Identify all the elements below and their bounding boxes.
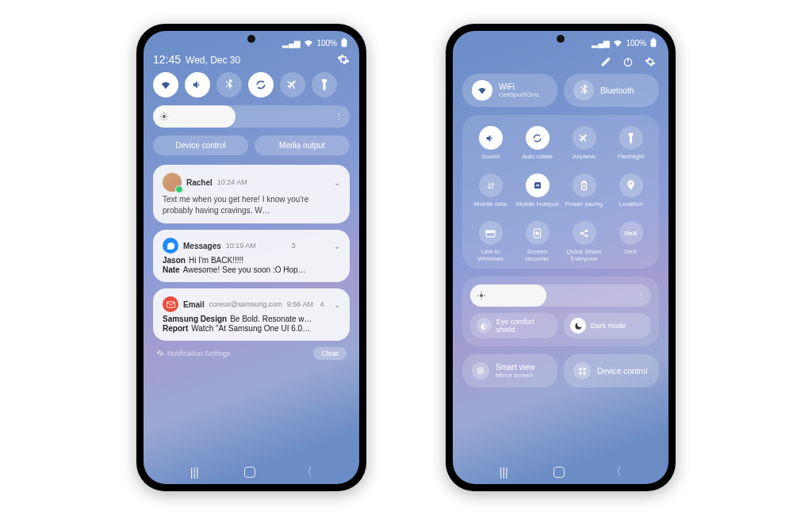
wifi-status-icon xyxy=(304,39,313,47)
svg-rect-39 xyxy=(583,372,585,374)
svg-rect-36 xyxy=(579,368,581,370)
settings-icon[interactable] xyxy=(337,53,350,66)
battery-icon xyxy=(573,174,596,197)
chevron-down-icon[interactable]: ⌄ xyxy=(334,178,340,187)
qs-tile-label: Power saving xyxy=(565,200,603,213)
svg-line-27 xyxy=(582,231,585,232)
notification-count: 4 xyxy=(320,300,324,308)
qs-tile-power-saving[interactable]: Power saving xyxy=(562,174,606,213)
settings-icon[interactable] xyxy=(645,56,656,67)
svg-rect-19 xyxy=(583,181,585,181)
qs-tile-airplane[interactable]: Airplane xyxy=(562,126,606,166)
qs-tile-dex[interactable]: DeXDeX xyxy=(609,221,653,262)
phone-right: ▂▄▆ 100% WiFi CellSpot5GHz xyxy=(446,24,676,491)
avatar xyxy=(163,173,182,192)
quick-settings-row xyxy=(153,72,350,97)
svg-line-7 xyxy=(162,114,163,115)
brightness-menu-icon[interactable]: ⋮ xyxy=(636,291,645,301)
qs-tile-label: Link to Windows xyxy=(469,248,512,262)
qs-tile-mobile-data[interactable]: Mobile data xyxy=(469,174,512,213)
volume-icon xyxy=(479,126,503,150)
recents-button[interactable]: ||| xyxy=(190,466,199,479)
notification-time: 9:56 AM xyxy=(287,300,313,308)
smart-view-tile[interactable]: Smart view Mirror screen xyxy=(462,354,557,387)
qs-tile-flashlight[interactable]: Flashlight xyxy=(609,126,653,166)
notification-time: 10:24 AM xyxy=(217,178,247,186)
qs-tile-label: Mobile Hotspot xyxy=(516,200,558,213)
notification-card[interactable]: Messages 10:19 AM 3 ⌄ JasonHi I'm BACK!!… xyxy=(153,230,350,282)
svg-point-23 xyxy=(536,231,539,235)
qs-tile-mobile-hotspot[interactable]: Mobile Hotspot xyxy=(515,174,559,213)
dark-mode-toggle[interactable]: Dark mode xyxy=(564,313,651,338)
signal-icon: ▂▄▆ xyxy=(592,39,610,48)
front-camera xyxy=(247,35,255,43)
brightness-slider[interactable]: ⋮ xyxy=(153,105,350,128)
home-button[interactable] xyxy=(244,467,255,478)
power-icon[interactable] xyxy=(622,56,634,67)
qs-tile-label: DeX xyxy=(625,248,638,261)
notification-panel-screen: ▂▄▆ 100% 12:45 Wed, Dec 30 xyxy=(144,31,359,484)
svg-rect-12 xyxy=(651,40,657,47)
brightness-menu-icon[interactable]: ⋮ xyxy=(335,112,343,122)
device-control-button[interactable]: Device control xyxy=(153,135,248,155)
chevron-down-icon[interactable]: ⌄ xyxy=(334,300,340,309)
notification-sender: Rachel xyxy=(186,178,213,187)
svg-line-10 xyxy=(167,114,167,115)
qs-tile-sound[interactable]: Sound xyxy=(469,126,512,166)
wifi-toggle[interactable] xyxy=(153,72,178,97)
brightness-fill xyxy=(153,105,236,128)
back-button[interactable]: 〈 xyxy=(301,465,312,479)
qs-tile-screen-recorder[interactable]: Screen recorder xyxy=(515,221,559,262)
svg-rect-16 xyxy=(534,182,541,189)
sound-toggle[interactable] xyxy=(185,72,210,97)
qs-tile-label: Mobile data xyxy=(474,200,507,213)
eye-comfort-toggle[interactable]: ◐ Eye comfort shield xyxy=(470,313,557,338)
clear-button[interactable]: Clear xyxy=(313,347,347,360)
svg-rect-1 xyxy=(343,38,345,40)
wifi-tile[interactable]: WiFi CellSpot5GHz xyxy=(462,74,557,107)
device-control-tile[interactable]: Device control xyxy=(564,354,659,387)
plane-icon xyxy=(573,126,596,150)
chevron-down-icon[interactable]: ⌄ xyxy=(334,242,340,250)
svg-line-9 xyxy=(162,119,163,120)
svg-point-29 xyxy=(480,294,483,297)
pin-icon xyxy=(619,174,643,197)
grid-icon xyxy=(573,362,591,380)
qs-tile-label: Location xyxy=(619,200,642,213)
qs-tile-label: Quick Share Everyone xyxy=(562,248,606,262)
svg-rect-37 xyxy=(583,368,585,370)
notification-address: coreux@samsung.com xyxy=(209,300,282,308)
qs-tile-quick-share-everyone[interactable]: Quick Share Everyone xyxy=(562,221,606,262)
qs-tile-label: Auto rotate xyxy=(522,153,553,166)
hotspot-icon xyxy=(526,174,550,197)
notification-settings-link[interactable]: Notification Settings xyxy=(156,349,231,357)
share-icon xyxy=(573,221,596,245)
flashlight-toggle[interactable] xyxy=(312,72,337,97)
moon-icon xyxy=(570,318,586,334)
flash-icon xyxy=(619,126,643,150)
brightness-slider[interactable]: ⋮ xyxy=(470,284,651,307)
recents-button[interactable]: ||| xyxy=(500,466,508,479)
media-output-button[interactable]: Media output xyxy=(255,135,350,155)
back-button[interactable]: 〈 xyxy=(611,465,622,479)
quick-settings-grid: SoundAuto rotateAirplaneFlashlightMobile… xyxy=(462,115,659,269)
notification-app: Messages xyxy=(183,242,221,250)
qs-tile-auto-rotate[interactable]: Auto rotate xyxy=(515,126,559,166)
battery-icon xyxy=(340,38,348,48)
notification-card[interactable]: Rachel 10:24 AM ⌄ Text me when you get h… xyxy=(153,165,350,223)
signal-icon: ▂▄▆ xyxy=(282,39,301,48)
notification-body: Text me when you get here! I know you're… xyxy=(163,194,340,216)
bluetooth-tile[interactable]: Bluetooth xyxy=(564,74,659,107)
bluetooth-icon xyxy=(573,80,594,101)
notification-card[interactable]: Email coreux@samsung.com 9:56 AM 4 ⌄ Sam… xyxy=(153,288,350,341)
rotate-toggle[interactable] xyxy=(248,72,274,97)
qs-tile-link-to-windows[interactable]: Link to Windows xyxy=(469,221,512,262)
edit-icon[interactable] xyxy=(600,56,611,67)
airplane-toggle[interactable] xyxy=(280,72,305,97)
qs-tile-location[interactable]: Location xyxy=(609,174,653,213)
notification-time: 10:19 AM xyxy=(226,242,256,250)
home-button[interactable] xyxy=(553,467,565,478)
bluetooth-toggle[interactable] xyxy=(216,72,242,97)
svg-point-26 xyxy=(586,235,588,236)
navigation-bar: ||| 〈 xyxy=(144,465,359,479)
